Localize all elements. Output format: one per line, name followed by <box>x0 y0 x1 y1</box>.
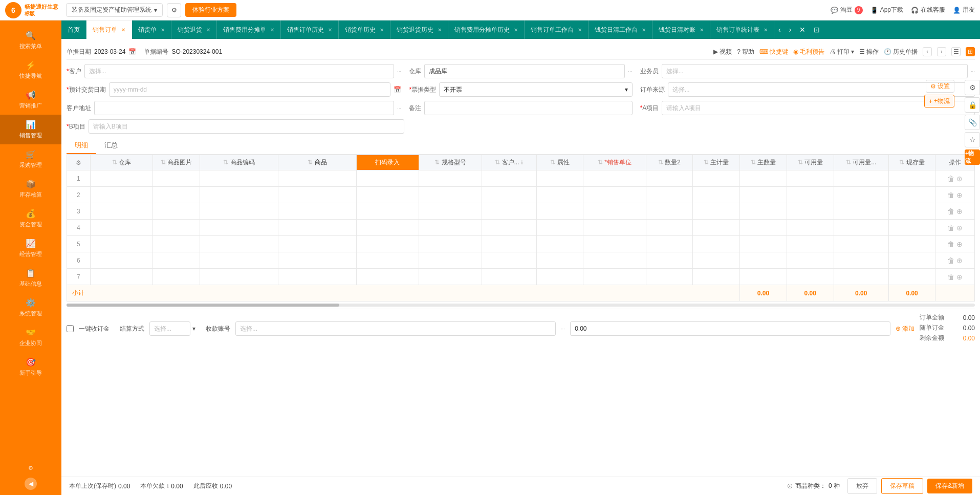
sidebar-item-search[interactable]: 🔍 搜索菜单 <box>0 26 61 55</box>
panel-star-btn[interactable]: ☆ <box>965 132 980 147</box>
panel-logistics-btn[interactable]: +物流 <box>965 149 980 165</box>
panel-attachment-btn[interactable]: 📎 <box>965 115 980 130</box>
tab-sales-order[interactable]: 销售订单 ✕ <box>86 20 132 39</box>
sidebar-collapse-btn[interactable]: ◀ <box>25 478 37 490</box>
row-delete-icon[interactable]: 🗑 <box>947 240 954 248</box>
row-copy-icon[interactable]: ⊕ <box>956 207 963 216</box>
row-spec-cell[interactable] <box>419 170 482 187</box>
sidebar-item-collab[interactable]: 🤝 企业协同 <box>0 322 61 352</box>
account-input[interactable] <box>235 321 556 336</box>
row-product-cell[interactable] <box>278 170 356 187</box>
tab-close-icon[interactable]: ✕ <box>578 27 582 33</box>
industry-button[interactable]: 体验行业方案 <box>185 3 236 17</box>
panel-lock-btn[interactable]: 🔒 <box>965 97 980 113</box>
tab-next-btn[interactable]: › <box>785 26 796 34</box>
row-unit-cell[interactable] <box>583 170 646 187</box>
row-copy-icon[interactable]: ⊕ <box>956 224 963 232</box>
sidebar-item-operations[interactable]: 📈 经营管理 <box>0 233 61 263</box>
add-payment-btn[interactable]: ⊕ 添加 <box>896 325 914 333</box>
tab-expand-btn[interactable]: ⊡ <box>810 26 824 34</box>
warehouse-input[interactable] <box>424 64 625 78</box>
one-click-checkbox[interactable] <box>67 325 74 332</box>
row-copy-icon[interactable]: ⊕ <box>956 175 963 183</box>
tab-daily-reconcile[interactable]: 钱货日清对账 ✕ <box>652 20 710 39</box>
tab-close-icon[interactable]: ✕ <box>206 27 210 33</box>
row-copy-icon[interactable]: ⊕ <box>956 256 963 265</box>
invoice-type-select[interactable]: 不开票 ▾ <box>439 82 633 97</box>
tab-daily-workbench[interactable]: 钱货日清工作台 ✕ <box>589 20 652 39</box>
panel-settings-btn[interactable]: ⚙ <box>965 80 980 95</box>
tab-close-icon[interactable]: ✕ <box>642 27 646 33</box>
list-view-btn[interactable]: ☰ <box>951 47 961 56</box>
tab-close-icon[interactable]: ✕ <box>121 27 125 33</box>
row-copy-icon[interactable]: ⊕ <box>956 273 963 281</box>
remark-input[interactable] <box>424 101 632 115</box>
save-new-button[interactable]: 保存&新增 <box>927 479 972 493</box>
b-project-input[interactable] <box>89 119 404 134</box>
row-delete-icon[interactable]: 🗑 <box>947 224 954 232</box>
tab-expense-history[interactable]: 销售费用分摊单历史 ✕ <box>448 20 525 39</box>
row-copy-icon[interactable]: ⊕ <box>956 191 963 199</box>
tab-close-icon[interactable]: ✕ <box>700 27 704 33</box>
tab-prev-btn[interactable]: ‹ <box>774 26 785 34</box>
tab-more-btn[interactable]: ✕ <box>795 26 810 34</box>
sidebar-item-system[interactable]: ⚙️ 系统管理 <box>0 293 61 322</box>
sidebar-settings-btn[interactable]: ⚙ <box>0 461 61 476</box>
account-dots-icon[interactable]: ··· <box>561 326 565 332</box>
tab-sales-expense[interactable]: 销售费用分摊单 ✕ <box>217 20 281 39</box>
delivery-calendar-icon[interactable]: 📅 <box>394 86 401 93</box>
customer-input[interactable] <box>84 64 394 78</box>
tab-close-icon[interactable]: ✕ <box>514 27 518 33</box>
row-delete-icon[interactable]: 🗑 <box>947 191 954 199</box>
tab-close-icon[interactable]: ✕ <box>764 27 768 33</box>
sidebar-item-inventory[interactable]: 📦 库存核算 <box>0 174 61 204</box>
salesperson-input[interactable] <box>662 64 968 78</box>
calendar-icon[interactable]: 📅 <box>128 48 136 55</box>
payment-method-select[interactable]: ▾ <box>149 321 195 336</box>
sidebar-item-quicknav[interactable]: ⚡ 快捷导航 <box>0 55 61 85</box>
tab-sales-order-history[interactable]: 销售订单历史 ✕ <box>281 20 339 39</box>
sidebar-item-purchase[interactable]: 🛒 采购管理 <box>0 144 61 174</box>
save-draft-button[interactable]: 保存草稿 <box>881 478 923 494</box>
sidebar-item-marketing[interactable]: 📢 营销推广 <box>0 85 61 115</box>
grid-view-btn[interactable]: ⊞ <box>966 47 975 56</box>
row-image-cell[interactable] <box>153 170 200 187</box>
add-logistics-btn[interactable]: + +物流 <box>924 95 954 107</box>
tab-detail[interactable]: 明细 <box>67 138 96 154</box>
row-main-unit-cell[interactable] <box>693 170 740 187</box>
row-delete-icon[interactable]: 🗑 <box>947 175 954 183</box>
help-btn[interactable]: ? 帮助 <box>737 48 754 56</box>
amount-input[interactable] <box>570 321 890 336</box>
tab-sales-stats[interactable]: 销售订单统计表 ✕ <box>710 20 774 39</box>
operations-btn[interactable]: ☰ 操作 <box>859 48 879 56</box>
tab-sales-invoice[interactable]: 销货单 ✕ <box>132 20 171 39</box>
row-warehouse-cell[interactable] <box>90 170 153 187</box>
gear-button[interactable]: ⚙ <box>167 3 181 17</box>
profit-btn[interactable]: ◉ 毛利预告 <box>793 48 824 56</box>
view-btn[interactable]: ▶ 视频 <box>713 48 732 56</box>
shortcut-btn[interactable]: ⌨ 快捷键 <box>759 48 788 56</box>
notification-item[interactable]: 💬 淘豆 9 <box>831 6 863 14</box>
tab-home[interactable]: 首页 <box>61 20 86 39</box>
scrollbar-thumb[interactable] <box>67 304 339 307</box>
user-avatar[interactable]: 👤 用友 <box>953 6 975 14</box>
tab-close-icon[interactable]: ✕ <box>270 27 274 33</box>
th-scan[interactable]: 扫码录入 <box>356 155 419 170</box>
row-copy-icon[interactable]: ⊕ <box>956 240 963 248</box>
prev-record-btn[interactable]: ‹ <box>923 47 932 56</box>
row-delete-icon[interactable]: 🗑 <box>947 207 954 216</box>
tab-summary[interactable]: 汇总 <box>96 138 126 154</box>
row-scan-cell[interactable] <box>356 170 419 187</box>
tab-close-icon[interactable]: ✕ <box>328 27 332 33</box>
row-stock-cell[interactable] <box>888 170 935 187</box>
app-download-item[interactable]: 📱 App下载 <box>870 6 903 14</box>
tab-close-icon[interactable]: ✕ <box>380 27 384 33</box>
salesperson-dots-icon[interactable]: ··· <box>971 69 975 74</box>
tab-sales-workbench[interactable]: 销售订单工作台 ✕ <box>525 20 589 39</box>
customer-address-input[interactable] <box>94 101 394 115</box>
row-qty2-cell[interactable] <box>646 170 693 187</box>
row-delete-icon[interactable]: 🗑 <box>947 256 954 265</box>
row-avail2-cell[interactable] <box>834 170 888 187</box>
row-delete-icon[interactable]: 🗑 <box>947 273 954 281</box>
th-settings[interactable]: ⚙ <box>67 155 91 170</box>
